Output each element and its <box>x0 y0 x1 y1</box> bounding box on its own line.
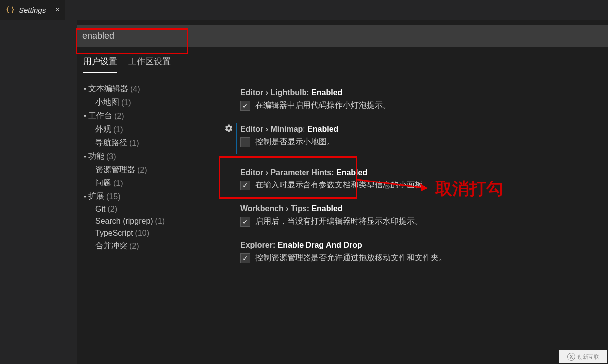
setting-explorer-enable-drag-and-drop: Explorer: Enable Drag And Drop 控制资源管理器是否… <box>222 237 608 273</box>
title-bar: Settings × <box>0 0 608 20</box>
checkbox[interactable] <box>240 181 250 190</box>
toc-breadcrumbs[interactable]: 导航路径 (1) <box>81 136 222 150</box>
tab-user-settings[interactable]: 用户设置 <box>83 56 117 73</box>
chevron-down-icon: ▾ <box>81 194 88 199</box>
search-row <box>77 20 608 51</box>
setting-workbench-tips-enabled: Workbench › Tips: Enabled 启用后，当没有打开编辑器时将… <box>222 200 608 237</box>
chevron-down-icon: ▾ <box>81 154 88 159</box>
setting-editor-parameterhints-enabled: Editor › Parameter Hints: Enabled 在输入时显示… <box>222 164 608 200</box>
setting-title: Workbench › Tips: Enabled <box>240 204 608 213</box>
checkbox[interactable] <box>240 253 250 263</box>
toc-typescript[interactable]: TypeScript (10) <box>81 227 222 239</box>
chevron-down-icon: ▾ <box>81 113 88 119</box>
watermark: X 创新互联 <box>559 350 607 363</box>
settings-editor: 用户设置 工作区设置 ▾ 文本编辑器 (4) 小地图 (1) ▾ 工作台 (2) <box>77 20 608 364</box>
setting-editor-lightbulb-enabled: Editor › Lightbulb: Enabled 在编辑器中启用代码操作小… <box>222 84 608 121</box>
tab-workspace-settings[interactable]: 工作区设置 <box>128 56 171 73</box>
toc-text-editor[interactable]: ▾ 文本编辑器 (4) <box>81 82 222 96</box>
setting-title: Explorer: Enable Drag And Drop <box>240 241 608 250</box>
content-area: 用户设置 工作区设置 ▾ 文本编辑器 (4) 小地图 (1) ▾ 工作台 (2) <box>0 20 608 364</box>
gear-icon[interactable] <box>224 124 233 135</box>
toc-merge-conflict[interactable]: 合并冲突 (2) <box>81 239 222 253</box>
checkbox[interactable] <box>240 137 250 147</box>
tab-title: Settings <box>19 6 46 14</box>
settings-search-input[interactable] <box>77 25 608 47</box>
watermark-icon: X <box>567 353 575 361</box>
toc-minimap[interactable]: 小地图 (1) <box>81 96 222 109</box>
toc-appearance[interactable]: 外观 (1) <box>81 123 222 136</box>
braces-icon <box>6 5 15 14</box>
setting-title: Editor › Parameter Hints: Enabled <box>240 168 608 177</box>
setting-title: Editor › Lightbulb: Enabled <box>240 88 608 97</box>
setting-description: 控制是否显示小地图。 <box>255 137 335 147</box>
close-icon[interactable]: × <box>55 6 60 14</box>
settings-toc: ▾ 文本编辑器 (4) 小地图 (1) ▾ 工作台 (2) 外观 (1) <box>77 82 222 364</box>
checkbox[interactable] <box>240 101 250 111</box>
toc-features[interactable]: ▾ 功能 (3) <box>81 150 222 163</box>
settings-scope-tabs: 用户设置 工作区设置 <box>77 51 608 73</box>
toc-explorer[interactable]: 资源管理器 (2) <box>81 163 222 177</box>
setting-editor-minimap-enabled: Editor › Minimap: Enabled 控制是否显示小地图。 <box>222 121 608 164</box>
chevron-down-icon: ▾ <box>81 86 88 92</box>
settings-list: Editor › Lightbulb: Enabled 在编辑器中启用代码操作小… <box>222 82 608 364</box>
setting-description: 在输入时显示含有参数文档和类型信息的小面板。 <box>255 180 431 190</box>
toc-extensions[interactable]: ▾ 扩展 (15) <box>81 190 222 203</box>
setting-description: 在编辑器中启用代码操作小灯泡提示。 <box>255 100 391 111</box>
toc-workbench[interactable]: ▾ 工作台 (2) <box>81 109 222 123</box>
editor-tab-settings[interactable]: Settings × <box>0 0 65 20</box>
checkbox[interactable] <box>240 217 250 227</box>
setting-title: Editor › Minimap: Enabled <box>240 125 608 134</box>
watermark-text: 创新互联 <box>577 353 599 361</box>
modified-indicator <box>236 123 237 154</box>
setting-description: 控制资源管理器是否允许通过拖放移动文件和文件夹。 <box>255 253 447 263</box>
toc-search-ripgrep[interactable]: Search (ripgrep) (1) <box>81 215 222 227</box>
activity-sidebar <box>0 20 77 364</box>
toc-problems[interactable]: 问题 (1) <box>81 177 222 190</box>
setting-description: 启用后，当没有打开编辑器时将显示水印提示。 <box>255 216 423 227</box>
toc-git[interactable]: Git (2) <box>81 203 222 215</box>
settings-body: ▾ 文本编辑器 (4) 小地图 (1) ▾ 工作台 (2) 外观 (1) <box>77 82 608 364</box>
